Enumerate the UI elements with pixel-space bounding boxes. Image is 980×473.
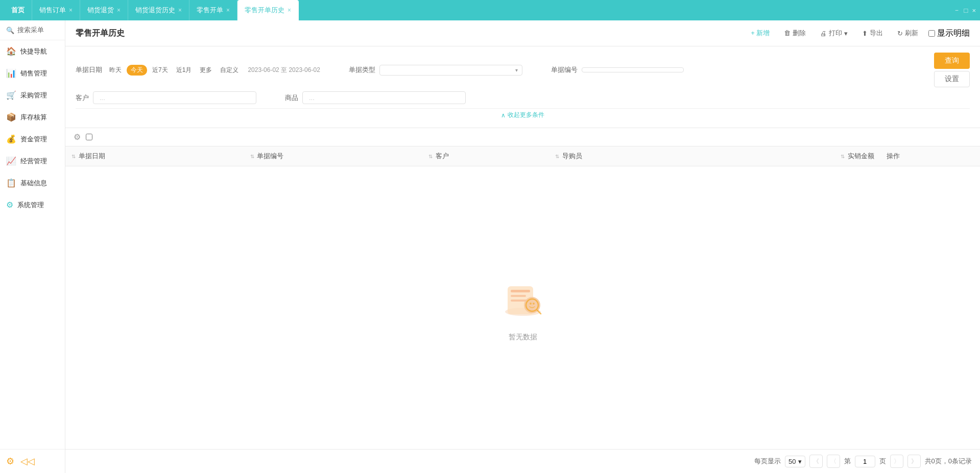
window-max[interactable]: □ [964, 7, 968, 14]
sidebar-item-inventory[interactable]: 📦 库存核算 [0, 106, 65, 128]
setting-button[interactable]: 设置 [934, 71, 970, 87]
page-word: 第 [844, 457, 851, 466]
page-last-button[interactable]: 》 [907, 455, 921, 468]
refresh-label: 刷新 [905, 29, 918, 38]
query-button[interactable]: 查询 [934, 53, 970, 69]
top-bar: 首页 销售订单 × 销货退货 × 销货退货历史 × 零售开单 × 零售开单历史 … [0, 0, 980, 20]
sidebar-item-sales-mgmt[interactable]: 📊 销售管理 [0, 62, 65, 84]
sidebar-label-sales-mgmt: 销售管理 [20, 69, 47, 78]
add-button[interactable]: + 新增 [747, 27, 774, 40]
page-first-button[interactable]: 《 [809, 455, 823, 468]
tab-retail-open-history[interactable]: 零售开单历史 × [237, 0, 299, 20]
delete-button[interactable]: 🗑 删除 [780, 27, 810, 40]
customer-input[interactable]: ... [93, 91, 256, 104]
sidebar-search[interactable]: 🔍 搜索采单 [0, 20, 65, 40]
sidebar-item-purchase-mgmt[interactable]: 🛒 采购管理 [0, 84, 65, 106]
tab-close-sales-return-history[interactable]: × [178, 7, 182, 14]
window-controls: － □ × [953, 6, 976, 15]
collapse-bar[interactable]: ∧ 收起更多条件 [76, 108, 970, 121]
table-settings-icon[interactable]: ⚙ [74, 132, 81, 142]
tab-sales-order[interactable]: 销售订单 × [32, 0, 80, 20]
date-btn-more[interactable]: 更多 [197, 65, 215, 76]
page-header: 零售开单历史 + 新增 🗑 删除 🖨 打印 ▾ ⬆ 导出 ↻ 刷新 [65, 20, 980, 46]
display-detail-label: 显示明细 [937, 28, 970, 39]
per-page-label: 每页显示 [754, 457, 781, 466]
gear-icon: ⚙ [6, 200, 13, 210]
filter-row-2: 客户 ... 商品 ... [76, 91, 970, 104]
chevron-up-icon: ∧ [501, 112, 506, 119]
window-close[interactable]: × [972, 7, 976, 14]
sort-amount-icon: ⇅ [841, 154, 845, 159]
tab-close-retail-open[interactable]: × [226, 7, 230, 14]
date-btn-custom[interactable]: 自定义 [217, 65, 242, 76]
type-filter-group: 单据类型 ▾ [349, 65, 522, 76]
col-action: 操作 [880, 146, 980, 166]
empty-state: 暂无数据 [65, 166, 980, 449]
sort-customer-icon: ⇅ [428, 154, 433, 159]
settings-bottom-icon[interactable]: ⚙ [6, 456, 14, 467]
export-button[interactable]: ⬆ 导出 [858, 27, 887, 40]
page-prev-button[interactable]: 〈 [827, 455, 840, 468]
col-number[interactable]: ⇅ 单据编号 [244, 146, 423, 166]
goods-filter-group: 商品 ... [285, 91, 466, 104]
box-icon: 📦 [6, 112, 16, 122]
svg-rect-2 [511, 290, 530, 292]
print-label: 打印 [829, 29, 842, 38]
sidebar-label-sys-mgmt: 系统管理 [17, 201, 44, 210]
tab-sales-return[interactable]: 销货退货 × [80, 0, 128, 20]
date-btn-yesterday[interactable]: 昨天 [106, 65, 125, 76]
sidebar-item-finance-mgmt[interactable]: 💰 资金管理 [0, 128, 65, 150]
page-title: 零售开单历史 [76, 28, 125, 39]
tab-home[interactable]: 首页 [4, 0, 32, 20]
type-select[interactable]: ▾ [379, 65, 522, 76]
sidebar-item-quick-nav[interactable]: 🏠 快捷导航 [0, 40, 65, 62]
date-btn-1month[interactable]: 近1月 [173, 65, 195, 76]
goods-input[interactable]: ... [302, 91, 466, 104]
window-min[interactable]: － [953, 6, 960, 15]
select-all-checkbox[interactable] [86, 134, 92, 140]
type-filter-label: 单据类型 [349, 65, 375, 74]
total-info: 共0页，0条记录 [925, 457, 972, 466]
col-guide[interactable]: ⇅ 导购员 [549, 146, 702, 166]
col-date[interactable]: ⇅ 单据日期 [65, 146, 244, 166]
export-label: 导出 [870, 29, 883, 38]
type-select-arrow-icon: ▾ [515, 67, 518, 73]
per-page-select[interactable]: 50 ▾ [785, 456, 805, 467]
search-icon: 🔍 [6, 27, 14, 34]
collapse-sidebar-icon[interactable]: ◁◁ [20, 456, 35, 467]
filter-area: 单据日期 昨天 今天 近7天 近1月 更多 自定义 2023-06-02 至 2… [65, 46, 980, 128]
collapse-label: 收起更多条件 [508, 111, 544, 119]
sidebar-item-base-info[interactable]: 📋 基础信息 [0, 172, 65, 194]
table-toolbar: ⚙ [65, 128, 980, 146]
goods-filter-label: 商品 [285, 93, 298, 103]
refresh-button[interactable]: ↻ 刷新 [893, 27, 922, 40]
page-next-button[interactable]: 〉 [890, 455, 903, 468]
tab-close-sales-return[interactable]: × [117, 7, 121, 14]
date-btn-7days[interactable]: 近7天 [149, 65, 171, 76]
per-page-value: 50 [788, 458, 796, 465]
date-range-display: 2023-06-02 至 2023-06-02 [248, 66, 320, 74]
home-icon: 🏠 [6, 46, 16, 56]
toolbar: + 新增 🗑 删除 🖨 打印 ▾ ⬆ 导出 ↻ 刷新 显示明细 [747, 27, 970, 40]
date-filter-label: 单据日期 [76, 65, 102, 74]
print-button[interactable]: 🖨 打印 ▾ [816, 27, 852, 40]
sidebar-label-purchase-mgmt: 采购管理 [20, 91, 47, 100]
sidebar-item-sys-mgmt[interactable]: ⚙ 系统管理 [0, 194, 65, 216]
tab-close-retail-open-history[interactable]: × [288, 7, 291, 14]
page-number-input[interactable] [855, 456, 875, 467]
sidebar-bottom: ⚙ ◁◁ [0, 449, 65, 473]
sidebar-search-label: 搜索采单 [17, 26, 44, 35]
tab-retail-open[interactable]: 零售开单 × [189, 0, 237, 20]
sort-number-icon: ⇅ [250, 154, 254, 159]
goods-dots: ... [309, 94, 315, 102]
sidebar-label-inventory: 库存核算 [20, 113, 47, 122]
col-amount[interactable]: ⇅ 实销金额 [702, 146, 880, 166]
tab-close-sales-order[interactable]: × [69, 7, 73, 14]
display-detail-wrapper[interactable]: 显示明细 [928, 28, 970, 39]
tab-sales-return-history[interactable]: 销货退货历史 × [128, 0, 189, 20]
sidebar-item-ops-mgmt[interactable]: 📈 经营管理 [0, 150, 65, 172]
date-btn-today[interactable]: 今天 [127, 65, 147, 76]
col-customer[interactable]: ⇅ 客户 [422, 146, 549, 166]
number-input[interactable] [582, 67, 684, 72]
display-detail-checkbox[interactable] [928, 30, 935, 37]
